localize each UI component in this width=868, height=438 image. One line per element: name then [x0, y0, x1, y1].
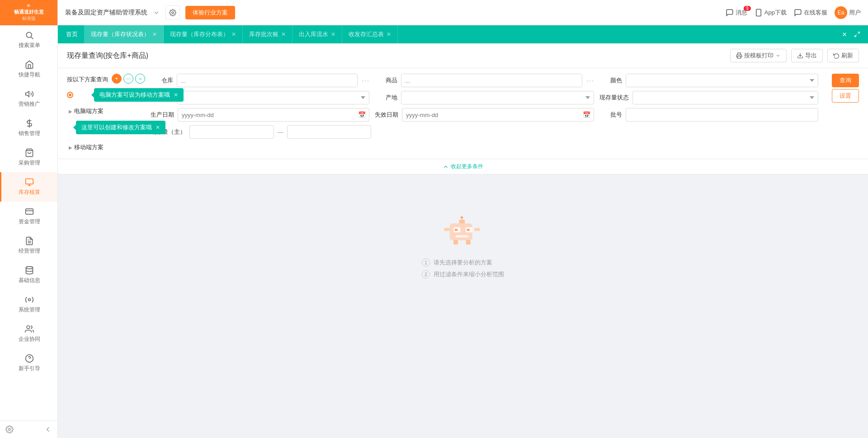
- goods-input[interactable]: [401, 74, 582, 87]
- app-download-label: App下载: [764, 9, 787, 17]
- color-select[interactable]: [626, 74, 818, 87]
- tab-inout[interactable]: 出入库流水 ✕: [292, 25, 342, 43]
- tab-expand[interactable]: [852, 29, 863, 40]
- user-avatar: Ea: [835, 6, 847, 19]
- sidebar: 畅通道好生意 标准版 搜索菜单 快捷导航 营销推广 销售管理 采购管理 库存核算: [0, 0, 58, 438]
- produce-date-input[interactable]: [178, 108, 369, 122]
- tooltip2-close[interactable]: ✕: [156, 124, 160, 131]
- sidebar-item-operations[interactable]: 经营管理: [0, 231, 57, 260]
- svg-point-0: [26, 4, 29, 7]
- collapse-sidebar-icon[interactable]: [44, 425, 52, 433]
- batch-label: 批号: [599, 111, 622, 119]
- sidebar-item-system[interactable]: 系统管理: [0, 290, 57, 319]
- add-scheme-btn[interactable]: +: [112, 74, 122, 84]
- sidebar-item-sales[interactable]: 销售管理: [0, 113, 57, 143]
- sidebar-item-marketing[interactable]: 营销推广: [0, 84, 57, 113]
- sidebar-item-base[interactable]: 基础信息: [0, 260, 57, 290]
- filter-settings-btn[interactable]: 设置: [832, 89, 859, 103]
- range-sep: —: [276, 129, 285, 136]
- sidebar-item-search-label: 搜索菜单: [19, 42, 40, 49]
- page-title: 现存量查询(按仓库+商品): [67, 51, 148, 61]
- scheme-item-desktop[interactable]: ▶ 电脑端方案: [69, 105, 151, 117]
- tab-home[interactable]: 首页: [60, 25, 85, 43]
- filter-header: 按以下方案查询 +: [67, 74, 151, 84]
- online-support-btn[interactable]: 在线客服: [794, 9, 827, 17]
- batch-input[interactable]: [626, 108, 818, 122]
- goods-label: 商品: [375, 76, 397, 85]
- filter-actions: +: [112, 74, 145, 84]
- collapse-bar[interactable]: 收起更多条件: [58, 159, 868, 174]
- sidebar-item-finance[interactable]: 资金管理: [0, 202, 57, 231]
- inventory-min-input[interactable]: [189, 125, 274, 139]
- tab-recv[interactable]: 收发存汇总表 ✕: [342, 25, 398, 43]
- tab-inventory-status[interactable]: 现存量（库存状况表） ✕: [85, 25, 164, 43]
- scheme-list-mobile: ▶ 移动端方案: [69, 141, 151, 153]
- scheme-item-mobile[interactable]: ▶ 移动端方案: [69, 141, 151, 153]
- sidebar-item-quicknav[interactable]: 快捷导航: [0, 55, 57, 84]
- system-selector[interactable]: [153, 9, 160, 16]
- svg-line-24: [855, 35, 857, 37]
- user-label: 用户: [849, 9, 861, 17]
- svg-point-17: [9, 429, 11, 431]
- tab-inout-label: 出入库流水: [299, 30, 328, 38]
- inventory-status-select[interactable]: [632, 91, 818, 104]
- refresh-button[interactable]: 刷新: [827, 49, 859, 62]
- svg-rect-7: [26, 179, 33, 184]
- sidebar-item-inventory[interactable]: 库存核算: [0, 172, 57, 202]
- produce-cal-icon[interactable]: 📅: [358, 111, 366, 118]
- produce-date-wrap: 📅: [178, 108, 369, 122]
- goods-dots[interactable]: ⋯: [586, 75, 594, 85]
- user-menu[interactable]: Ea 用户: [835, 6, 861, 19]
- expire-cal-icon[interactable]: 📅: [583, 111, 590, 118]
- tooltip-scheme-mobile: 电脑方案可设为移动方案哦 ✕: [94, 88, 184, 102]
- sidebar-item-purchase[interactable]: 采购管理: [0, 143, 57, 172]
- sidebar-item-inventory-label: 库存核算: [19, 188, 40, 196]
- search-button[interactable]: 查询: [832, 74, 859, 87]
- inventory-max-input[interactable]: [287, 125, 372, 139]
- settings-icon[interactable]: [5, 425, 14, 433]
- tab-close-all[interactable]: [839, 29, 850, 40]
- origin-select[interactable]: [401, 91, 594, 104]
- logo-text: 畅通道好生意: [14, 9, 44, 15]
- export-button[interactable]: 导出: [791, 49, 823, 62]
- svg-line-23: [858, 32, 859, 34]
- tab-inventory-dist-close[interactable]: ✕: [231, 32, 236, 37]
- sidebar-item-guide[interactable]: 新手引导: [0, 349, 57, 378]
- warehouse-input[interactable]: [177, 74, 358, 87]
- size-select[interactable]: [177, 91, 369, 104]
- back-btn[interactable]: [135, 74, 145, 84]
- sidebar-item-search[interactable]: 搜索菜单: [0, 25, 57, 55]
- warehouse-dots[interactable]: ⋯: [361, 75, 369, 85]
- tab-inout-close[interactable]: ✕: [331, 32, 335, 37]
- right-filter-content: 仓库 ⋯ 商品 ⋯ 颜色: [151, 74, 859, 142]
- tooltip1-close[interactable]: ✕: [174, 92, 178, 98]
- tab-recv-close[interactable]: ✕: [387, 32, 391, 37]
- expire-date-label: 失效日期: [375, 111, 398, 119]
- header-right: 消息 9 App下载 在线客服 Ea 用户: [726, 6, 861, 19]
- edit-scheme-btn[interactable]: [123, 74, 133, 84]
- filter-row-4: 现存量（主） —: [151, 125, 818, 139]
- empty-illustration: [440, 211, 486, 251]
- produce-date-label: 生产日期: [151, 111, 174, 119]
- svg-rect-36: [459, 220, 465, 223]
- tab-inventory-status-close[interactable]: ✕: [152, 32, 157, 37]
- sidebar-item-base-label: 基础信息: [19, 277, 40, 284]
- tip-text-2: 用过滤条件来缩小分析范围: [434, 270, 504, 278]
- svg-line-3: [31, 37, 33, 39]
- tab-batch-close[interactable]: ✕: [281, 32, 286, 37]
- print-button[interactable]: 按模板打印: [730, 49, 787, 62]
- tip-num-1: 1: [422, 259, 430, 267]
- sidebar-item-collab[interactable]: 企业协同: [0, 319, 57, 349]
- tab-inventory-dist[interactable]: 现存量（库存分布表） ✕: [164, 25, 243, 43]
- svg-marker-4: [26, 91, 29, 97]
- field-expire-date: 失效日期 📅: [375, 108, 594, 122]
- message-btn[interactable]: 消息 9: [726, 9, 747, 17]
- sidebar-item-operations-label: 经营管理: [19, 247, 40, 255]
- header-settings-btn[interactable]: [165, 5, 180, 20]
- tab-batch-label: 库存批次账: [249, 30, 278, 38]
- expire-date-input[interactable]: [402, 108, 594, 122]
- scheme-mobile-label: 移动端方案: [74, 143, 104, 151]
- app-download-btn[interactable]: App下载: [755, 9, 787, 17]
- tab-batch[interactable]: 库存批次账 ✕: [243, 25, 292, 43]
- trial-button[interactable]: 体验行业方案: [185, 6, 235, 19]
